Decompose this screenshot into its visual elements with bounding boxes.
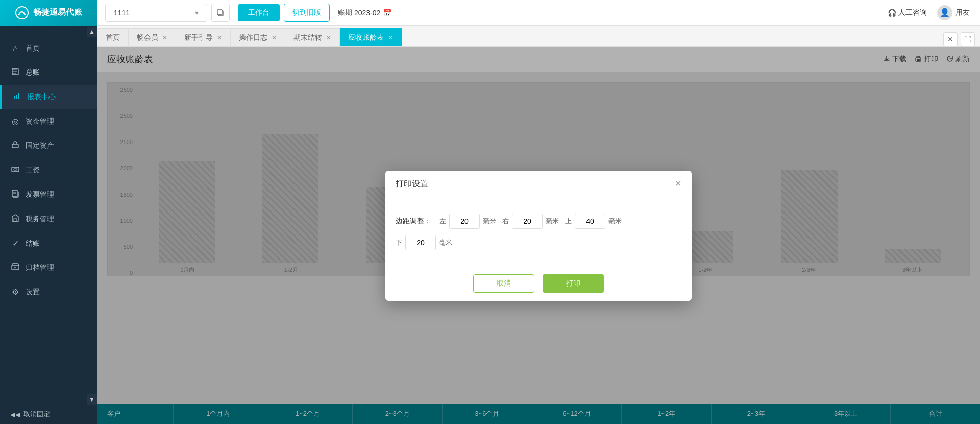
svg-point-0 — [16, 7, 28, 19]
sidebar-label-checkout: 结账 — [26, 239, 40, 248]
headset-icon: 🎧 — [888, 9, 896, 17]
page-content: 应收账龄表 下载 打印 — [97, 47, 980, 424]
margin-left-group: 左 毫米 — [439, 214, 496, 229]
tax-icon — [10, 214, 20, 224]
reports-icon — [12, 92, 22, 102]
tab-guide-close[interactable]: ✕ — [217, 34, 222, 41]
top-bar: 畅捷通易代账 1111 ▾ 工作台 切到旧版 账期 2023-02 📅 🎧 人工… — [0, 0, 980, 26]
tab-expand-button[interactable]: ⛶ — [961, 32, 975, 46]
sidebar-collapse[interactable]: ◀◀ 取消固定 — [0, 405, 97, 424]
home-icon: ⌂ — [10, 44, 20, 53]
user-label: 用友 — [955, 8, 970, 17]
tab-oplog-label: 操作日志 — [239, 33, 267, 42]
left-direction-label: 左 — [439, 217, 446, 226]
tab-member[interactable]: 畅会员 ✕ — [129, 28, 176, 46]
pin-icon: ◀◀ — [10, 411, 20, 418]
sidebar: ▲ ⌂ 首页 总账 报表中心 ◎ 资金管理 — [0, 26, 97, 424]
svg-rect-7 — [14, 96, 15, 99]
avatar: 👤 — [937, 5, 952, 20]
copy-button[interactable] — [211, 4, 230, 22]
sidebar-item-settings[interactable]: ⚙ 设置 — [0, 280, 97, 304]
print-settings-dialog: 打印设置 ✕ 边距调整： 左 毫米 右 — [385, 171, 692, 301]
tab-oplog-close[interactable]: ✕ — [272, 34, 277, 41]
company-name: 1111 — [114, 9, 191, 17]
tab-close-button[interactable]: ✕ — [943, 32, 958, 46]
consult-button[interactable]: 🎧 人工咨询 — [888, 8, 927, 17]
margin-row: 边距调整： 左 毫米 右 毫米 — [396, 214, 681, 250]
capital-icon: ◎ — [10, 116, 20, 126]
period-value: 2023-02 — [354, 9, 380, 17]
user-area[interactable]: 👤 用友 — [937, 5, 970, 20]
tab-period-end[interactable]: 期末结转 ✕ — [285, 28, 340, 46]
settings-icon: ⚙ — [10, 287, 20, 297]
company-selector[interactable]: 1111 ▾ — [105, 4, 207, 22]
sidebar-label-ledger: 总账 — [26, 68, 40, 77]
tab-home[interactable]: 首页 — [97, 28, 129, 46]
margin-adjust-label: 边距调整： — [396, 217, 431, 226]
svg-rect-9 — [18, 93, 19, 99]
sidebar-item-fixed[interactable]: 固定资产 — [0, 133, 97, 158]
sidebar-scroll: ⌂ 首页 总账 报表中心 ◎ 资金管理 — [0, 37, 97, 394]
dialog-overlay: 打印设置 ✕ 边距调整： 左 毫米 右 — [97, 47, 980, 424]
dialog-body: 边距调整： 左 毫米 右 毫米 — [385, 198, 692, 266]
sidebar-item-ledger[interactable]: 总账 — [0, 60, 97, 85]
margin-top-group: 上 毫米 — [565, 214, 622, 229]
sidebar-label-capital: 资金管理 — [26, 117, 54, 126]
sidebar-scroll-up[interactable]: ▲ — [87, 27, 97, 37]
sidebar-label-fixed: 固定资产 — [26, 141, 54, 150]
top-right: 🎧 人工咨询 👤 用友 — [888, 5, 980, 20]
logo-text: 畅捷通易代账 — [33, 7, 82, 18]
checkout-icon: ✓ — [10, 239, 20, 248]
calendar-icon[interactable]: 📅 — [383, 9, 392, 17]
tab-right-controls: ✕ ⛶ — [938, 32, 980, 46]
bottom-unit-label: 毫米 — [439, 238, 452, 247]
archive-icon — [10, 263, 20, 273]
copy-icon — [216, 9, 225, 17]
svg-rect-2 — [217, 10, 222, 15]
tab-member-label: 畅会员 — [137, 33, 158, 42]
avatar-icon: 👤 — [940, 8, 950, 17]
top-direction-label: 上 — [565, 217, 572, 226]
tab-ar-aging-close[interactable]: ✕ — [388, 34, 393, 41]
svg-rect-11 — [12, 167, 19, 172]
sidebar-scroll-down[interactable]: ▼ — [87, 394, 97, 405]
bottom-margin-input[interactable] — [405, 235, 436, 250]
right-unit-label: 毫米 — [546, 217, 559, 226]
sidebar-item-tax[interactable]: 税务管理 — [0, 207, 97, 231]
svg-rect-8 — [16, 95, 17, 99]
sidebar-label-payroll: 工资 — [26, 166, 40, 175]
left-unit-label: 毫米 — [483, 217, 496, 226]
fixed-icon — [10, 140, 20, 151]
tab-guide-label: 新手引导 — [184, 33, 213, 42]
switch-version-button[interactable]: 切到旧版 — [284, 4, 330, 22]
bottom-direction-label: 下 — [396, 238, 402, 247]
main-layout: ▲ ⌂ 首页 总账 报表中心 ◎ 资金管理 — [0, 26, 980, 424]
tab-period-end-close[interactable]: ✕ — [326, 34, 331, 41]
sidebar-label-home: 首页 — [26, 44, 40, 53]
sidebar-item-invoice[interactable]: 发票管理 — [0, 182, 97, 207]
logo-icon — [15, 6, 29, 20]
tab-member-close[interactable]: ✕ — [162, 34, 167, 41]
left-margin-input[interactable] — [449, 214, 480, 229]
margin-right-group: 右 毫米 — [502, 214, 559, 229]
cancel-button[interactable]: 取消 — [473, 274, 534, 293]
collapse-label: 取消固定 — [23, 410, 50, 419]
payroll-icon — [10, 165, 20, 175]
sidebar-item-checkout[interactable]: ✓ 结账 — [0, 231, 97, 255]
sidebar-item-archive[interactable]: 归档管理 — [0, 255, 97, 280]
sidebar-item-reports[interactable]: 报表中心 — [0, 85, 97, 109]
tab-oplog[interactable]: 操作日志 ✕ — [231, 28, 285, 46]
sidebar-item-home[interactable]: ⌂ 首页 — [0, 37, 97, 60]
tab-guide[interactable]: 新手引导 ✕ — [176, 28, 231, 46]
workbench-button[interactable]: 工作台 — [238, 4, 280, 21]
period-area: 账期 2023-02 📅 — [338, 8, 392, 17]
print-confirm-button[interactable]: 打印 — [543, 274, 604, 293]
sidebar-item-capital[interactable]: ◎ 资金管理 — [0, 109, 97, 133]
tab-ar-aging[interactable]: 应收账龄表 ✕ — [340, 28, 402, 46]
dialog-close-button[interactable]: ✕ — [675, 180, 681, 188]
right-margin-input[interactable] — [512, 214, 543, 229]
tab-home-label: 首页 — [106, 33, 120, 42]
sidebar-item-payroll[interactable]: 工资 — [0, 158, 97, 182]
top-margin-input[interactable] — [575, 214, 605, 229]
period-label: 账期 — [338, 8, 352, 17]
